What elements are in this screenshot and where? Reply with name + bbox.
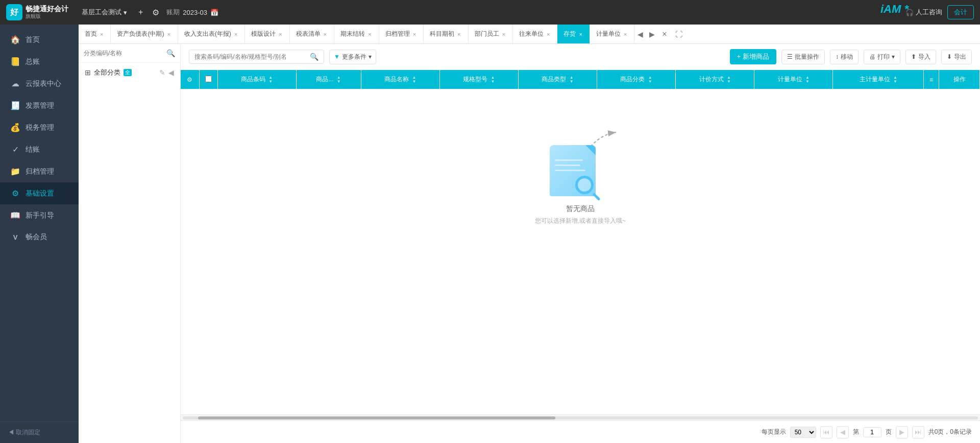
- th-code[interactable]: 商品... ▲▼: [296, 70, 361, 89]
- batch-operation-button[interactable]: ☰ 批量操作: [781, 50, 825, 64]
- per-page-select[interactable]: 50 10 20 100: [790, 427, 816, 438]
- tab-bar: 首页 × 资产负债表(中期) × 收入支出表(年报) × 模版设计 × 税表清单…: [79, 25, 980, 44]
- tab-expand-button[interactable]: ⛶: [671, 25, 687, 44]
- sidebar-item-guide[interactable]: 📖 新手引导: [0, 204, 79, 226]
- more-filter-button[interactable]: ▼ 更多条件 ▾: [329, 50, 376, 64]
- tab-close-subject-init[interactable]: ×: [456, 31, 461, 38]
- tab-next-button[interactable]: ▶: [646, 25, 658, 44]
- tab-unit[interactable]: 计量单位 ×: [590, 25, 634, 44]
- th-category[interactable]: 商品分类 ▲▼: [597, 70, 676, 89]
- period-info: 账期 2023-03 📅: [166, 8, 218, 17]
- sidebar-item-settings[interactable]: ⚙ 基础设置: [0, 182, 79, 204]
- calendar-icon[interactable]: 📅: [210, 9, 218, 16]
- tab-subject-init[interactable]: 科目期初 ×: [424, 25, 468, 44]
- tab-balance-sheet[interactable]: 资产负债表(中期) ×: [111, 25, 178, 44]
- product-search-icon[interactable]: 🔍: [310, 53, 318, 61]
- th-unit[interactable]: 计量单位 ▲▼: [754, 70, 833, 89]
- category-collapse-icon[interactable]: ◀: [168, 68, 174, 77]
- add-product-button[interactable]: + 新增商品: [730, 49, 776, 64]
- th-settings[interactable]: ⚙: [181, 70, 199, 89]
- sidebar-item-invoice[interactable]: 🧾 发票管理: [0, 95, 79, 116]
- customer-service-btn[interactable]: 🎧 人工咨询: [905, 8, 942, 17]
- page-number-input[interactable]: [863, 427, 881, 437]
- th-type[interactable]: 商品类型 ▲▼: [518, 70, 597, 89]
- tab-contacts[interactable]: 往来单位 ×: [513, 25, 557, 44]
- tab-dept-staff[interactable]: 部门员工 ×: [469, 25, 513, 44]
- tab-income-statement[interactable]: 收入支出表(年报) ×: [178, 25, 245, 44]
- export-label: 导出: [954, 53, 966, 61]
- tab-template-design[interactable]: 模版设计 ×: [245, 25, 289, 44]
- period-value: 2023-03: [183, 9, 207, 16]
- tab-close-home[interactable]: ×: [99, 31, 104, 38]
- print-label: 打印: [877, 53, 890, 61]
- th-barcode-label: 商品条码: [241, 76, 265, 83]
- tab-archive-mgmt[interactable]: 归档管理 ×: [379, 25, 424, 44]
- tab-label-unit: 计量单位: [596, 30, 621, 38]
- sidebar-unpin-button[interactable]: ◀ 取消固定: [0, 422, 79, 443]
- tab-close-contacts[interactable]: ×: [546, 31, 551, 38]
- tab-tax-list[interactable]: 税表清单 ×: [290, 25, 334, 44]
- th-spec[interactable]: 规格型号 ▲▼: [439, 70, 518, 89]
- add-tab-button[interactable]: +: [136, 6, 145, 19]
- last-page-button[interactable]: ⏭: [912, 426, 924, 438]
- move-button[interactable]: ↕ 移动: [830, 50, 859, 64]
- category-all-label: 全部分类: [94, 68, 120, 77]
- sidebar-label-member: 畅会员: [26, 232, 47, 242]
- sidebar-item-reports[interactable]: ☁ 云报表中心: [0, 73, 79, 95]
- th-checkbox[interactable]: [199, 70, 217, 89]
- prev-page-button[interactable]: ◀: [837, 426, 849, 438]
- app-name: 畅捷通好会计: [26, 5, 68, 13]
- tab-close-dept-staff[interactable]: ×: [501, 31, 506, 38]
- table-body: 暂无商品 您可以选择新增,或者直接导入哦~: [181, 89, 980, 266]
- tab-period-close[interactable]: 期末结转 ×: [334, 25, 379, 44]
- category-edit-icon[interactable]: ✎: [159, 68, 165, 77]
- sidebar-nav: 🏠 首页 📒 总账 ☁ 云报表中心 🧾 发票管理 💰 税务管理 ✓ 结账: [0, 25, 79, 422]
- select-all-checkbox[interactable]: [205, 76, 212, 82]
- tab-prev-button[interactable]: ◀: [634, 25, 646, 44]
- category-all-item[interactable]: ⊞ 全部分类 全 ✎ ◀: [79, 63, 180, 82]
- tab-inventory[interactable]: 存货 ×: [557, 25, 590, 44]
- tab-close-balance-sheet[interactable]: ×: [166, 31, 171, 38]
- tab-close-archive-mgmt[interactable]: ×: [412, 31, 417, 38]
- magnifier-icon: [575, 176, 601, 201]
- th-barcode[interactable]: 商品条码 ▲▼: [217, 70, 296, 89]
- toolbar: 🔍 ▼ 更多条件 ▾ + 新增商品 ☰ 批量操作 ↕ 移: [181, 44, 980, 70]
- scrollbar-track[interactable]: [183, 416, 978, 419]
- header-settings-button[interactable]: ⚙: [150, 6, 161, 19]
- tab-label-template-design: 模版设计: [251, 30, 276, 38]
- sidebar-item-checkout[interactable]: ✓ 结账: [0, 138, 79, 160]
- tab-close-inventory[interactable]: ×: [578, 31, 583, 38]
- sidebar-item-member[interactable]: V 畅会员: [0, 226, 79, 248]
- th-name[interactable]: 商品名称 ▲▼: [361, 70, 439, 89]
- import-button[interactable]: ⬆ 导入: [905, 50, 936, 64]
- scrollbar-thumb[interactable]: [198, 416, 555, 419]
- sidebar-item-home[interactable]: 🏠 首页: [0, 29, 79, 51]
- sidebar-item-ledger[interactable]: 📒 总账: [0, 51, 79, 73]
- account-button[interactable]: 会计: [947, 5, 974, 19]
- sidebar-item-archive[interactable]: 📁 归档管理: [0, 160, 79, 182]
- sidebar-item-tax[interactable]: 💰 税务管理: [0, 116, 79, 138]
- tab-close-tax-list[interactable]: ×: [323, 31, 328, 38]
- tab-close-income-statement[interactable]: ×: [233, 31, 238, 38]
- th-col-menu[interactable]: ≡: [924, 70, 939, 89]
- th-name-label: 商品名称: [384, 76, 409, 83]
- category-search-icon[interactable]: 🔍: [166, 49, 175, 57]
- ledger-icon: 📒: [10, 57, 20, 66]
- th-pricing[interactable]: 计价方式 ▲▼: [676, 70, 754, 89]
- company-selector[interactable]: 基层工会测试 ▾: [78, 6, 131, 19]
- product-search-input[interactable]: [194, 53, 307, 60]
- first-page-button[interactable]: ⏮: [820, 426, 832, 438]
- barcode-sort-icons: ▲▼: [268, 76, 273, 84]
- export-button[interactable]: ⬇ 导出: [941, 50, 972, 64]
- tab-close-unit[interactable]: ×: [623, 31, 628, 38]
- horizontal-scrollbar[interactable]: [181, 414, 980, 421]
- category-search-input[interactable]: [84, 50, 163, 57]
- next-page-button[interactable]: ▶: [896, 426, 908, 438]
- tab-close-template-design[interactable]: ×: [278, 31, 283, 38]
- print-button[interactable]: 🖨 打印 ▾: [864, 50, 900, 64]
- th-main-unit[interactable]: 主计量单位 ▲▼: [833, 70, 924, 89]
- tab-close-all-button[interactable]: ×: [658, 25, 671, 44]
- tab-home[interactable]: 首页 ×: [79, 25, 111, 44]
- tab-close-period-close[interactable]: ×: [367, 31, 372, 38]
- th-code-label: 商品...: [316, 76, 333, 83]
